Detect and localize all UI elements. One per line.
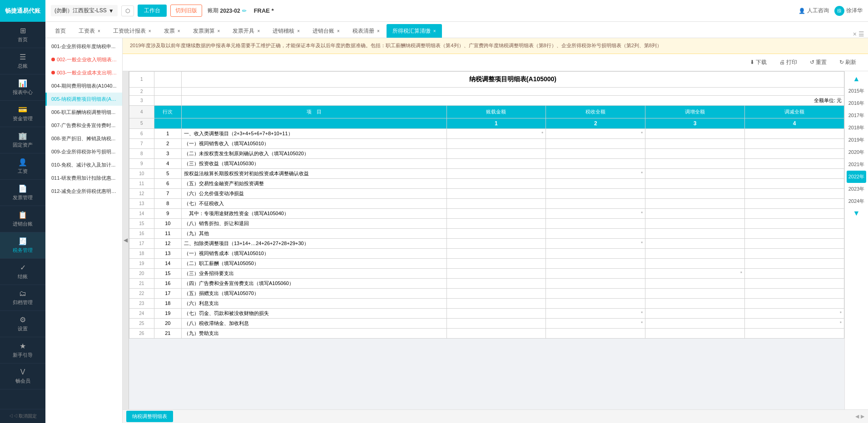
year-item[interactable]: 2017年 [847,109,866,122]
value-cell[interactable] [446,168,546,178]
hang-num-cell[interactable]: 13 [154,248,181,258]
close-icon[interactable]: × [257,29,260,34]
tab-payroll-stat[interactable]: 工资统计报表 × [107,24,157,38]
value-cell[interactable] [546,198,645,208]
year-item[interactable]: 2024年 [847,195,866,207]
item-cell[interactable]: 其中：专项用途财政性资金（填写A105040） [181,208,446,218]
year-down-button[interactable]: ▼ [851,207,862,219]
value-cell[interactable] [645,308,745,318]
unpin-button[interactable]: ◁◁ 取消固定 [0,409,45,423]
form-list-item-010[interactable]: 010-免税、减计收入及加计... [45,158,122,172]
form-list-item-012[interactable]: 012-减免企业所得税优惠明细(… [45,185,122,198]
hang-num-cell[interactable]: 11 [154,228,181,238]
hang-num-cell[interactable]: 16 [154,278,181,288]
item-cell[interactable]: （二）职工薪酬（填写A105050） [181,258,446,268]
year-up-button[interactable]: ▲ [851,73,862,85]
value-cell[interactable] [546,298,645,308]
hang-num-cell[interactable]: 17 [154,288,181,298]
hang-num-cell[interactable]: 14 [154,258,181,268]
hang-num-cell[interactable]: 18 [154,298,181,308]
value-cell[interactable] [446,208,546,218]
value-cell[interactable]: * [546,128,645,138]
value-cell[interactable]: * [546,318,645,328]
item-cell[interactable]: （八）税收滞纳金、加收利息 [181,318,446,328]
tab-input-check[interactable]: 进销稽核 × [267,24,306,38]
value-cell[interactable] [745,128,844,138]
year-item[interactable]: 2019年 [847,134,866,146]
item-cell[interactable]: （六）公允价值变动净损益 [181,188,446,198]
value-cell[interactable] [645,278,745,288]
print-button[interactable]: 🖨 打印 [775,57,802,68]
sidebar-item-settle[interactable]: ✓ 结账 [0,259,45,285]
value-cell[interactable]: * [546,208,645,218]
value-cell[interactable] [446,248,546,258]
value-cell[interactable] [645,138,745,148]
service-button[interactable]: 👤 人工咨询 [799,7,829,15]
bottom-tab-shuishui[interactable]: 纳税调整明细表 [126,411,173,422]
value-cell[interactable]: * [546,238,645,248]
form-list-item-004[interactable]: 004-期间费用明细表(A1040... [45,79,122,93]
value-cell[interactable] [745,188,844,198]
value-cell[interactable] [546,288,645,298]
tab-payroll[interactable]: 工资表 × [73,24,106,38]
value-cell[interactable] [645,208,745,218]
value-cell[interactable]: * [546,308,645,318]
form-list-item-001[interactable]: 001-企业所得税年度纳税申... [45,40,122,53]
tab-input-ledger[interactable]: 进销台账 × [307,24,346,38]
value-cell[interactable] [745,168,844,178]
year-item[interactable]: 2023年 [847,183,866,195]
value-cell[interactable] [645,318,745,328]
sidebar-item-finance[interactable]: 💳 资金管理 [0,101,45,127]
value-cell[interactable] [645,168,745,178]
user-profile[interactable]: 徐 徐泽华 [834,6,863,16]
value-cell[interactable] [645,188,745,198]
value-cell[interactable] [446,178,546,188]
collapse-button[interactable]: ◀ [123,71,129,409]
value-cell[interactable] [645,148,745,158]
value-cell[interactable] [546,158,645,168]
value-cell[interactable] [446,278,546,288]
value-cell[interactable] [645,298,745,308]
value-cell[interactable] [645,328,745,338]
value-cell[interactable] [546,138,645,148]
value-cell[interactable] [446,298,546,308]
sidebar-item-settings[interactable]: ⚙ 设置 [0,311,45,337]
value-cell[interactable] [546,218,645,228]
item-cell[interactable]: 按权益法核算长期股权投资对初始投资成本调整确认收益 [181,168,446,178]
hang-num-cell[interactable]: 9 [154,208,181,218]
item-cell[interactable]: （七）罚金、罚款和被没收财物的损失 [181,308,446,318]
value-cell[interactable] [546,258,645,268]
value-cell[interactable] [745,328,844,338]
close-icon[interactable]: × [178,29,180,34]
hang-num-cell[interactable]: 5 [154,168,181,178]
item-cell[interactable]: 二、扣除类调整项目（13+14+…24+26+27+28+29+30） [181,238,446,248]
sidebar-item-ledger[interactable]: ☰ 总账 [0,48,45,74]
close-icon[interactable]: × [337,29,340,34]
form-list-item-011[interactable]: 011-研发费用加计扣除优惠... [45,172,122,185]
value-cell[interactable] [446,258,546,268]
value-cell[interactable] [446,218,546,228]
tab-income-tax[interactable]: 所得税汇算清缴 × [387,24,442,38]
value-cell[interactable] [645,218,745,228]
sidebar-item-member[interactable]: V 畅会员 [0,364,45,389]
value-cell[interactable] [546,278,645,288]
value-cell[interactable] [546,328,645,338]
form-list-item-006[interactable]: 006-职工薪酬纳税调整明细... [45,106,122,119]
item-cell[interactable]: 一、收入类调整项目（2+3+4+5+6+7+8+10+11） [181,128,446,138]
sidebar-item-guide[interactable]: ★ 新手引导 [0,337,45,364]
item-cell[interactable]: （八）销售折扣、折让和退回 [181,218,446,228]
value-cell[interactable] [745,278,844,288]
item-cell[interactable]: （六）利息支出 [181,298,446,308]
value-cell[interactable] [645,228,745,238]
hang-num-cell[interactable]: 8 [154,198,181,208]
item-cell[interactable]: （五）交易性金融资产初始投资调整 [181,178,446,188]
form-list-item-009[interactable]: 009-企业所得税弥补亏损明... [45,145,122,158]
value-cell[interactable] [546,188,645,198]
hang-num-cell[interactable]: 19 [154,308,181,318]
refresh-button[interactable]: ↻ 刷新 [835,57,861,68]
value-cell[interactable] [546,248,645,258]
value-cell[interactable]: * [645,268,745,278]
sidebar-item-invoice[interactable]: 📄 发票管理 [0,180,45,206]
hang-num-cell[interactable]: 21 [154,328,181,338]
company-selector[interactable]: (勿删）江西股宝-LSS ▼ [51,5,118,16]
